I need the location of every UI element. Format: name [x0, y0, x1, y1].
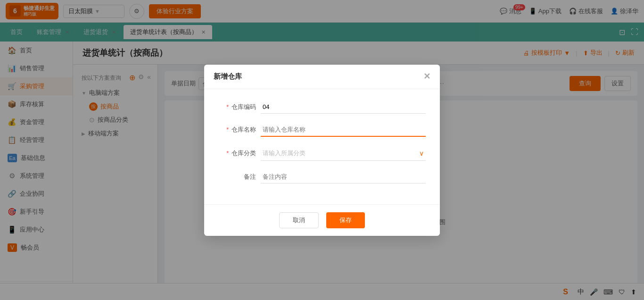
code-input[interactable]: [261, 100, 426, 114]
modal-overlay: 新增仓库 ✕ * 仓库编码 * 仓库名称: [0, 0, 644, 300]
category-placeholder: 请输入所属分类: [263, 149, 305, 158]
modal-footer: 取消 保存: [204, 204, 440, 236]
note-row: 备注: [218, 170, 426, 183]
add-warehouse-modal: 新增仓库 ✕ * 仓库编码 * 仓库名称: [204, 65, 440, 236]
save-button[interactable]: 保存: [326, 212, 365, 228]
category-row: * 仓库分类 请输入所属分类 ∨: [218, 146, 426, 161]
name-row: * 仓库名称: [218, 123, 426, 137]
modal-close-button[interactable]: ✕: [423, 72, 430, 81]
code-label: * 仓库编码: [218, 103, 256, 111]
name-label: * 仓库名称: [218, 125, 256, 134]
category-select[interactable]: 请输入所属分类 ∨: [261, 146, 426, 161]
category-required: *: [226, 150, 229, 157]
note-label: 备注: [218, 173, 256, 181]
modal-header: 新增仓库 ✕: [204, 65, 440, 89]
modal-body: * 仓库编码 * 仓库名称 * 仓库分类 请输入所属: [204, 89, 440, 204]
cancel-button[interactable]: 取消: [279, 212, 319, 228]
name-input[interactable]: [261, 123, 426, 137]
code-row: * 仓库编码: [218, 100, 426, 114]
category-dropdown-icon: ∨: [419, 150, 424, 157]
name-required: *: [226, 126, 229, 133]
code-required: *: [226, 103, 229, 110]
category-label: * 仓库分类: [218, 149, 256, 158]
modal-title: 新增仓库: [214, 72, 242, 81]
note-input[interactable]: [261, 170, 426, 183]
